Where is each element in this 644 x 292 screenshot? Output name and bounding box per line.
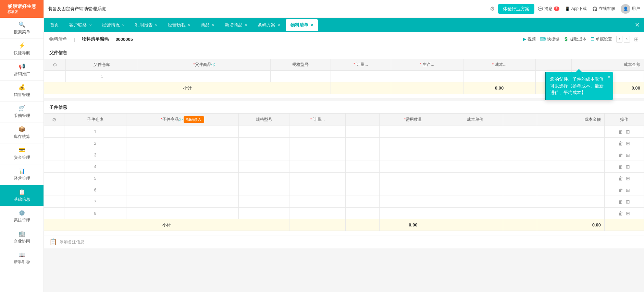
sidebar-item-sales[interactable]: 💰销售管理	[0, 81, 44, 102]
copy-icon-4[interactable]: ⊞	[626, 164, 630, 170]
parent-row-unit[interactable]	[331, 71, 391, 82]
online-service-item[interactable]: 🎧 在线客服	[592, 6, 615, 12]
child-row-unit-cost-5[interactable]	[447, 173, 503, 184]
nav-tab-close-profit[interactable]: ✕	[155, 23, 158, 27]
nav-tab-close-customer[interactable]: ✕	[89, 23, 92, 27]
nav-tab-bom[interactable]: 物料清单✕	[286, 19, 318, 31]
child-row-qty-8[interactable]	[379, 208, 447, 219]
child-row-goods-7[interactable]	[126, 196, 239, 208]
child-row-spec-6[interactable]	[239, 184, 289, 196]
child-row-goods-4[interactable]	[126, 161, 239, 173]
child-row-spec-1[interactable]	[239, 126, 289, 138]
copy-icon-7[interactable]: ⊞	[626, 199, 630, 205]
child-row-qty-2[interactable]	[379, 138, 447, 149]
child-row-qty-5[interactable]	[379, 173, 447, 184]
parent-row-spec[interactable]	[271, 71, 331, 82]
delete-icon-8[interactable]: 🗑	[618, 211, 623, 216]
sidebar-item-purchase[interactable]: 🛒采购管理	[0, 102, 44, 122]
copy-icon-8[interactable]: ⊞	[626, 211, 630, 216]
delete-icon-3[interactable]: 🗑	[618, 152, 623, 158]
nav-tab-close-barcode[interactable]: ✕	[277, 23, 280, 27]
child-row-unit-1[interactable]	[289, 126, 346, 138]
child-row-unit-5[interactable]	[289, 173, 346, 184]
child-row-spec-5[interactable]	[239, 173, 289, 184]
child-row-spec-7[interactable]	[239, 196, 289, 208]
child-row-goods-8[interactable]	[126, 208, 239, 219]
sidebar-item-operation[interactable]: 📊经营管理	[0, 164, 44, 185]
copy-icon-2[interactable]: ⊞	[626, 141, 630, 146]
nav-tab-home[interactable]: 首页	[45, 19, 64, 31]
delete-icon-5[interactable]: 🗑	[618, 176, 623, 181]
child-row-qty-1[interactable]	[379, 126, 447, 138]
delete-icon-2[interactable]: 🗑	[618, 141, 623, 146]
parent-row-goods[interactable]	[138, 71, 271, 82]
sidebar-item-basic[interactable]: 📋基础信息	[0, 185, 44, 206]
nav-tab-customer[interactable]: 客户联络✕	[64, 19, 97, 31]
hotkey-action[interactable]: ⌨ 快捷键	[540, 36, 559, 42]
nav-tab-close-bom[interactable]: ✕	[310, 23, 313, 27]
child-row-unit-2[interactable]	[289, 138, 346, 149]
child-row-spec-2[interactable]	[239, 138, 289, 149]
view-action[interactable]: ▶ 视频	[523, 36, 536, 42]
child-row-unit-cost-6[interactable]	[447, 184, 503, 196]
gear-icon[interactable]: ⚙	[490, 5, 495, 12]
child-row-goods-2[interactable]	[126, 138, 239, 149]
copy-icon-1[interactable]: ⊞	[626, 129, 630, 135]
nav-tab-goods[interactable]: 商品✕	[196, 19, 219, 31]
sidebar-item-marketing[interactable]: 📢营销推广	[0, 60, 44, 81]
child-row-unit-cost-8[interactable]	[447, 208, 503, 219]
parent-settings-gear[interactable]: ⚙	[53, 62, 57, 68]
nav-tab-close-new_goods[interactable]: ✕	[245, 23, 247, 27]
delete-icon-1[interactable]: 🗑	[618, 129, 623, 135]
nav-tab-history[interactable]: 经营历程✕	[163, 19, 195, 31]
child-row-goods-6[interactable]	[126, 184, 239, 196]
copy-icon-5[interactable]: ⊞	[626, 176, 630, 181]
child-row-unit-cost-2[interactable]	[447, 138, 503, 149]
child-row-qty-4[interactable]	[379, 161, 447, 173]
sidebar-item-quick_nav[interactable]: ⚡快捷导航	[0, 39, 44, 60]
child-row-spec-8[interactable]	[239, 208, 289, 219]
nav-tab-close-business[interactable]: ✕	[122, 23, 125, 27]
child-row-goods-5[interactable]	[126, 173, 239, 184]
child-row-spec-4[interactable]	[239, 161, 289, 173]
child-row-unit-6[interactable]	[289, 184, 346, 196]
child-row-unit-cost-7[interactable]	[447, 196, 503, 208]
parent-row-produce[interactable]	[391, 71, 463, 82]
delete-icon-7[interactable]: 🗑	[618, 199, 623, 205]
child-row-qty-3[interactable]	[379, 149, 447, 161]
sidebar-item-finance[interactable]: 💳资金管理	[0, 143, 44, 164]
nav-tab-profit[interactable]: 利润报告✕	[130, 19, 162, 31]
experience-btn[interactable]: 体验行业方案	[498, 4, 534, 14]
copy-icon-3[interactable]: ⊞	[626, 152, 630, 158]
sidebar-item-search[interactable]: 🔍搜索菜单	[0, 18, 44, 39]
child-row-qty-7[interactable]	[379, 196, 447, 208]
child-row-unit-7[interactable]	[289, 196, 346, 208]
sidebar-item-enterprise[interactable]: 🏢企业协同	[0, 227, 44, 248]
sidebar-item-system[interactable]: ⚙️系统管理	[0, 206, 44, 227]
child-row-unit-cost-1[interactable]	[447, 126, 503, 138]
copy-icon-6[interactable]: ⊞	[626, 187, 630, 193]
scan-input-btn[interactable]: 扫码录入	[184, 116, 204, 123]
user-item[interactable]: 👤 用户	[621, 4, 640, 14]
child-row-unit-8[interactable]	[289, 208, 346, 219]
expand-icon[interactable]: ⊞	[634, 36, 639, 43]
child-row-goods-1[interactable]	[126, 126, 239, 138]
nav-tab-close-history[interactable]: ✕	[188, 23, 190, 27]
sidebar-item-inventory[interactable]: 📦库存核算	[0, 122, 44, 143]
app-download-item[interactable]: 📱 App下载	[565, 6, 587, 12]
prev-arrow[interactable]: ‹	[616, 36, 622, 43]
get-cost-action[interactable]: 💲 提取成本	[564, 36, 586, 42]
sidebar-item-guide[interactable]: 📖新手引导	[0, 248, 44, 269]
child-row-goods-3[interactable]	[126, 149, 239, 161]
child-row-unit-3[interactable]	[289, 149, 346, 161]
child-row-spec-3[interactable]	[239, 149, 289, 161]
child-row-unit-cost-4[interactable]	[447, 161, 503, 173]
child-row-unit-cost-3[interactable]	[447, 149, 503, 161]
tooltip-close-btn[interactable]: ×	[608, 74, 610, 81]
nav-tab-close-goods[interactable]: ✕	[212, 23, 214, 27]
single-settings-action[interactable]: ☰ 单据设置	[591, 36, 612, 42]
message-item[interactable]: 💬 消息 6	[538, 6, 559, 12]
parent-row-cost[interactable]	[463, 71, 535, 82]
child-row-qty-6[interactable]	[379, 184, 447, 196]
nav-tab-new_goods[interactable]: 新增商品✕	[220, 19, 252, 31]
